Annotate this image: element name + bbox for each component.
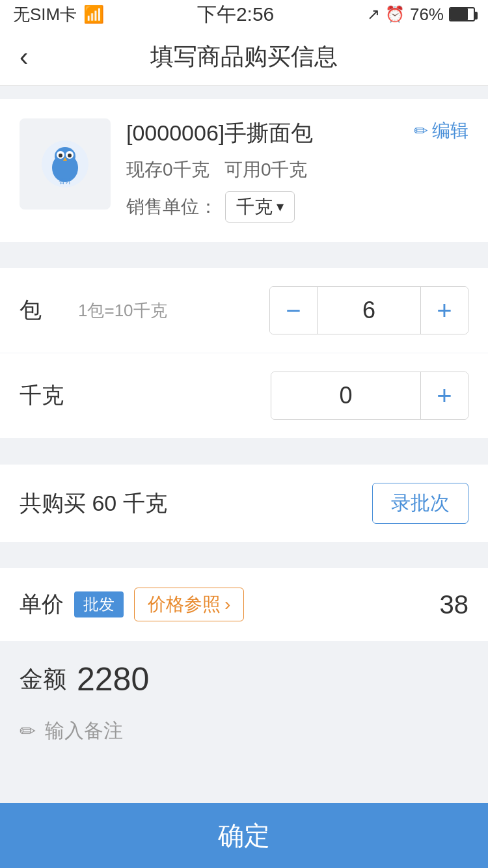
qty-input-kg[interactable]: [271, 372, 421, 419]
summary-row: 共购买 60 千克 录批次: [0, 465, 488, 542]
product-name: [0000006]手撕面包: [126, 118, 313, 148]
divider-1: [0, 242, 488, 255]
amount-label: 金额: [20, 664, 66, 696]
amount-row: 金额 2280: [20, 660, 468, 698]
amount-section: 金额 2280 ✏ 输入备注: [0, 641, 488, 764]
status-left: 无SIM卡 📶: [13, 3, 104, 26]
product-card: 智计 [0000006]手撕面包 ✏ 编辑 现存0千克 可用0千克 销售单位： …: [0, 99, 488, 242]
confirm-button[interactable]: 确定: [218, 818, 270, 854]
unit-label-bag: 包: [20, 295, 72, 325]
carrier-label: 无SIM卡: [13, 3, 77, 26]
dropdown-icon: ▾: [277, 198, 284, 215]
svg-text:智计: 智计: [59, 178, 72, 185]
svg-point-6: [68, 154, 72, 157]
price-value: 38: [440, 590, 469, 619]
edit-icon: ✏: [414, 121, 428, 141]
plus-button-bag[interactable]: +: [421, 287, 468, 334]
battery-label: 76%: [410, 5, 444, 25]
remark-placeholder: 输入备注: [45, 718, 123, 744]
minus-button-bag[interactable]: −: [270, 287, 317, 334]
product-unit: 销售单位： 千克 ▾: [126, 191, 468, 223]
price-ref-button[interactable]: 价格参照 ›: [134, 588, 244, 621]
status-right: ↗ ⏰ 76%: [367, 5, 475, 25]
page-title: 填写商品购买信息: [150, 41, 338, 73]
location-icon: ↗: [367, 5, 380, 23]
edit-button[interactable]: ✏ 编辑: [414, 118, 468, 143]
svg-point-5: [59, 154, 62, 157]
remark-row[interactable]: ✏ 输入备注: [20, 711, 468, 751]
divider-3: [0, 542, 488, 555]
quantity-row-kg: 千克 +: [0, 353, 488, 439]
price-ref-label: 价格参照: [148, 592, 221, 617]
back-button[interactable]: ‹: [20, 36, 41, 78]
unit-sublabel-bag: 1包=10千克: [78, 299, 269, 322]
product-info: [0000006]手撕面包 ✏ 编辑 现存0千克 可用0千克 销售单位： 千克 …: [126, 118, 468, 223]
price-ref-icon: ›: [224, 594, 230, 615]
remark-icon: ✏: [20, 720, 36, 742]
unit-select[interactable]: 千克 ▾: [225, 191, 295, 223]
qty-input-bag[interactable]: [317, 287, 421, 334]
amount-value: 2280: [77, 660, 149, 698]
product-image: 智计: [20, 118, 111, 210]
plus-button-kg[interactable]: +: [421, 372, 468, 419]
product-stock: 现存0千克 可用0千克: [126, 157, 468, 182]
quantity-row-bag: 包 1包=10千克 − +: [0, 268, 488, 353]
price-row: 单价 批发 价格参照 › 38: [20, 588, 468, 641]
unit-label-kg: 千克: [20, 381, 72, 411]
price-section: 单价 批发 价格参照 › 38: [0, 568, 488, 641]
summary-text: 共购买 60 千克: [20, 489, 167, 519]
batch-button[interactable]: 录批次: [372, 483, 468, 524]
status-bar: 无SIM卡 📶 下午2:56 ↗ ⏰ 76%: [0, 0, 488, 29]
quantity-control-kg: +: [271, 372, 468, 420]
nav-bar: ‹ 填写商品购买信息: [0, 29, 488, 86]
confirm-bar[interactable]: 确定: [0, 803, 488, 868]
quantity-control-bag: − +: [269, 286, 468, 334]
price-label: 单价: [20, 590, 64, 619]
product-logo: 智计: [39, 138, 91, 190]
wifi-icon: 📶: [83, 5, 104, 25]
status-time: 下午2:56: [197, 1, 274, 28]
battery-icon: [449, 7, 475, 21]
quantity-section: 包 1包=10千克 − + 千克 +: [0, 268, 488, 439]
alarm-icon: ⏰: [385, 5, 405, 23]
divider-2: [0, 439, 488, 452]
price-badge: 批发: [74, 591, 124, 617]
